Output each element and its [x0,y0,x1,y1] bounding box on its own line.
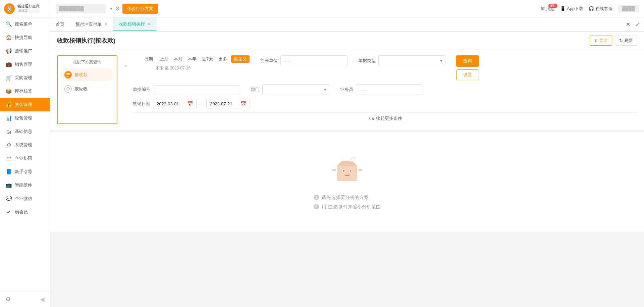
online-service-btn[interactable]: 🎧 在线客服 [589,6,613,12]
user-area[interactable]: ████ [618,5,639,12]
finance-icon: 💰 [5,101,12,108]
tab-receipt-label: 收款核销执行 [119,21,145,27]
refresh-icon: ↻ [619,38,623,43]
hint-item-2: 2 用[过滤]条件来缩小分析范围 [314,202,381,211]
tab-expand-btn[interactable]: ⤢ [634,20,641,29]
industry-btn[interactable]: 休验行业方案 [122,4,158,14]
sidebar-label-guide: 新手引导 [15,169,32,175]
doc-no-input[interactable] [153,85,240,94]
dropdown-icon[interactable]: ▾ [110,6,112,11]
svg-rect-1 [66,74,70,75]
sidebar-item-purchase[interactable]: 🛒 采购管理 [0,71,50,85]
svg-rect-0 [66,73,70,74]
brand-input[interactable]: ████████ [56,4,106,13]
sidebar-item-system[interactable]: ⚙ 系统管理 [0,138,50,152]
receivable-icon [64,85,72,93]
shortcut-last7[interactable]: 近7天 [201,55,214,63]
verify-date-end-input[interactable]: 2023-07-21 📅 [206,99,250,108]
unit-label: 往来单位 [260,58,278,64]
page-content: 收款核销执行(按收款) ⬆ 导出 ↻ 刷新 按以下方案查询 [50,32,644,307]
shortcut-this-month[interactable]: 本月 [172,55,184,63]
sidebar-item-cooperation[interactable]: 🗃 企业协同 [0,152,50,165]
filter-option-by-receivable[interactable]: 按应收 [61,83,113,95]
tab-bar: 首页 预付冲应付单 ✕ 收款核销执行 ✕ ✕ ⤢ [50,17,644,32]
sidebar-item-inventory[interactable]: 📦 库存核算 [0,85,50,98]
hardware-icon: 📺 [5,182,12,189]
sidebar-item-guide[interactable]: 📘 新手引导 [0,165,50,178]
sidebar-label-member: 畅会员 [15,209,28,215]
refresh-btn[interactable]: ↻ 刷新 [615,36,637,46]
shortcut-more[interactable]: 更多 [217,55,228,63]
hint-num-1: 1 [314,195,319,200]
date-label: 日期 [133,56,153,62]
tab-prepay-close[interactable]: ✕ [104,22,108,27]
svg-rect-9 [332,169,336,171]
sidebar-item-operation[interactable]: 📊 经营管理 [0,111,50,125]
export-icon: ⬆ [594,38,598,43]
dept-select[interactable]: ▾ [262,84,329,95]
collapse-more-row[interactable]: ∧∧ 收起更多条件 [133,112,637,124]
message-icon: ✉ [541,6,545,11]
logo-area: 🐰 畅捷通好生意 标准版 [0,0,50,17]
verify-date-label: 核销日期 [133,101,150,107]
sidebar-item-sales[interactable]: 💼 销售管理 [0,58,50,71]
sidebar-label-sales: 销售管理 [15,61,32,67]
app-download-btn[interactable]: 📱 App下载 [560,6,583,12]
top-header: ████████ ▾ ⚙ 休验行业方案 ✉ 消息 99+ 📱 App下载 🎧 在… [50,0,644,17]
doc-no-label: 单据编号 [133,87,150,93]
logo-icon: 🐰 [4,3,15,14]
sidebar-item-member[interactable]: ✔ 畅会员 [0,205,50,219]
hint-item-1: 1 请先选择要分析的方案 [314,193,381,202]
collapse-label: 收起更多条件 [376,115,402,121]
query-btn[interactable]: 查询 [456,55,479,67]
sidebar-item-marketing[interactable]: 📢 营销推广 [0,44,50,58]
staff-select[interactable]: ··· [356,84,423,95]
collapse-more-btn[interactable]: ∧∧ 收起更多条件 [368,115,402,121]
header-left: ████████ ▾ ⚙ 休验行业方案 [56,4,158,14]
calendar-end-icon[interactable]: 📅 [240,101,246,106]
gear-icon[interactable]: ⚙ [115,5,120,12]
collapse-panel-btn[interactable]: » [124,62,127,69]
date-separator: — [199,101,204,106]
svg-rect-10 [358,169,362,171]
marketing-icon: 📢 [5,48,12,54]
main-area: ████████ ▾ ⚙ 休验行业方案 ✉ 消息 99+ 📱 App下载 🎧 在… [50,0,644,307]
sidebar-item-hardware[interactable]: 📺 智能硬件 [0,178,50,192]
sidebar-collapse-icon[interactable]: ◀ [40,296,45,303]
guide-icon: 📘 [5,168,12,175]
sidebar-label-search: 搜索菜单 [15,21,32,27]
tab-home[interactable]: 首页 [50,17,70,31]
export-btn[interactable]: ⬆ 导出 [590,36,612,46]
sidebar-item-wechat[interactable]: 💬 企业微信 [0,192,50,205]
message-btn[interactable]: ✉ 消息 99+ [541,6,555,12]
tab-prepay[interactable]: 预付冲应付单 ✕ [70,17,113,31]
sidebar-label-finance: 资金管理 [15,102,32,108]
tab-receipt-close[interactable]: ✕ [148,22,151,27]
shortcut-last-month[interactable]: 上月 [158,55,170,63]
settings-gear-icon[interactable]: ⚙ [5,296,11,303]
refresh-label: 刷新 [624,38,633,44]
verify-date-start-input[interactable]: 2023-03-01 📅 [153,99,197,108]
tab-bar-actions: ✕ ⤢ [625,20,644,29]
shortcut-custom[interactable]: 自定义 [231,55,250,63]
doc-type-select[interactable]: ▾ [378,55,445,66]
filter-option-by-receipt[interactable]: 按收款 [61,68,113,81]
service-label: 在线客服 [595,6,613,12]
calendar-start-icon[interactable]: 📅 [187,101,193,106]
sidebar-label-cooperation: 企业协同 [15,155,32,161]
filter-scheme-panel: 按以下方案查询 按收款 [57,55,117,124]
svg-rect-11 [348,155,358,162]
filter-area: 按以下方案查询 按收款 [50,50,644,130]
tab-close-btn[interactable]: ✕ [625,20,632,29]
sidebar-item-shortcut[interactable]: 🏠 快捷导航 [0,31,50,44]
settings-btn[interactable]: 设置 [456,69,479,80]
verify-date-start-value: 2023-03-01 [157,101,179,106]
hint-text-2: 用[过滤]条件来缩小分析范围 [322,202,381,211]
sidebar-item-finance[interactable]: 💰 资金管理 [0,98,50,111]
tab-receipt[interactable]: 收款核销执行 ✕ [113,17,157,31]
sidebar-item-basic[interactable]: 🗂 基础信息 [0,125,50,138]
dept-label: 部门 [251,87,260,93]
shortcut-this-year[interactable]: 本年 [186,55,198,63]
sidebar-item-search[interactable]: 🔍 搜索菜单 [0,17,50,31]
svg-point-7 [343,170,345,172]
